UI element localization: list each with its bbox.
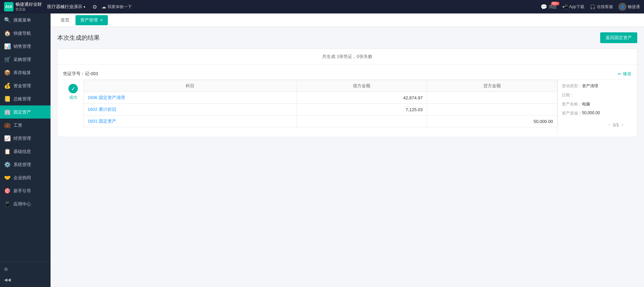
feedback-label: 我要体验一下 (108, 4, 132, 10)
edit-button[interactable]: ✏ 修改 (618, 71, 632, 77)
sidebar-label-ledger: 总账管理 (13, 96, 31, 102)
top-header: AtA 畅捷通好业财 普及版 医疗器械行业演示 ▾ ⚙ ☁ 我要体验一下 💬 消… (0, 0, 644, 13)
page-header-row: 本次生成的结果 返回固定资产 (57, 32, 637, 43)
tab-home-label: 首页 (61, 18, 69, 23)
sidebar-icon-quick-nav: 🏠 (4, 30, 11, 36)
sidebar-item-search[interactable]: 🔍 搜索菜单 (0, 13, 51, 27)
headset-icon: 🎧 (590, 4, 595, 9)
sidebar-label-basic-info: 基础信息 (13, 149, 31, 155)
app-download-action[interactable]: 📲 App下载 (562, 4, 584, 10)
prev-page-icon[interactable]: < (608, 122, 611, 127)
sidebar-item-quick-nav[interactable]: 🏠 快捷导航 (0, 27, 51, 40)
tab-assets[interactable]: 资产管理 ✕ (75, 15, 108, 25)
date-row: 日期： (562, 92, 627, 98)
sidebar-item-inventory[interactable]: 📦 库存核算 (0, 66, 51, 79)
voucher-header: 凭证字号：记-003 ✏ 修改 (63, 68, 632, 80)
sidebar-icon-basic-info: 📋 (4, 148, 11, 155)
sidebar-label-app-center: 应用中心 (13, 201, 31, 207)
sidebar-item-ledger[interactable]: 📒 总账管理 (0, 92, 51, 105)
sidebar-icon-operations: 📈 (4, 135, 11, 141)
sidebar-item-enterprise[interactable]: 🤝 企业协同 (0, 171, 51, 184)
table-row: 1602 累计折旧 7,125.03 (84, 104, 557, 116)
subject-cell[interactable]: 1601 固定资产 (84, 116, 297, 127)
sidebar-label-enterprise: 企业协同 (13, 175, 31, 181)
subject-cell[interactable]: 1602 累计折旧 (84, 104, 297, 116)
cloud-icon: ☁ (101, 4, 106, 9)
credit-cell: 50,000.00 (427, 116, 557, 127)
content-area: 首页 资产管理 ✕ 本次生成的结果 返回固定资产 共生成 1张凭证，0张失败 凭… (51, 13, 644, 287)
sidebar-icon-funds: 💰 (4, 83, 11, 89)
date-label: 日期： (562, 92, 582, 98)
credit-cell (427, 104, 557, 116)
debit-cell: 7,125.03 (297, 104, 427, 116)
sidebar-icon-search: 🔍 (4, 17, 11, 23)
result-panel: 共生成 1张凭证，0张失败 凭证字号：记-003 ✏ 修改 (57, 49, 637, 137)
user-name: 畅捷通 (628, 4, 640, 10)
sidebar-icon-ledger: 📒 (4, 96, 11, 102)
sidebar-item-app-center[interactable]: 📱 应用中心 (0, 197, 51, 211)
sidebar-item-guide[interactable]: 🎯 新手引导 (0, 184, 51, 197)
sidebar-label-funds: 资金管理 (13, 83, 31, 89)
sidebar-label-quick-nav: 快捷导航 (13, 30, 31, 36)
sidebar-icon-fixed-assets: 🏢 (4, 109, 11, 115)
col-debit: 借方金额 (297, 80, 427, 92)
debit-cell (297, 116, 427, 127)
sidebar-icon-inventory: 📦 (4, 69, 11, 76)
sidebar-item-funds[interactable]: 💰 资金管理 (0, 79, 51, 92)
change-type-label: 变动类型： (562, 83, 582, 89)
next-page-icon[interactable]: > (621, 122, 623, 127)
messages-action[interactable]: 💬 消息 99+ (541, 4, 557, 10)
header-right: 💬 消息 99+ 📲 App下载 🎧 在线客服 👤 畅捷通 (541, 3, 640, 11)
customer-service-action[interactable]: 🎧 在线客服 (590, 4, 613, 10)
sidebar-collapse[interactable]: ◀◀ (0, 275, 51, 285)
sidebar-item-purchase[interactable]: 🛒 采购管理 (0, 53, 51, 66)
logo-area: AtA 畅捷通好业财 普及版 (4, 2, 42, 12)
sidebar-item-system[interactable]: ⚙️ 系统管理 (0, 158, 51, 171)
feedback-button[interactable]: ☁ 我要体验一下 (101, 4, 132, 10)
table-row: 1606 固定资产清理 42,874.97 (84, 92, 557, 104)
sidebar-icon-app-center: 📱 (4, 201, 11, 207)
sidebar-item-operations[interactable]: 📈 经营管理 (0, 132, 51, 145)
tab-close-icon[interactable]: ✕ (100, 18, 103, 23)
chevron-down-icon: ▾ (84, 5, 85, 9)
avatar: 👤 (618, 3, 626, 11)
original-value-row: 资产原值： 50,000.00 (562, 110, 627, 116)
gear-button[interactable]: ⚙ (91, 3, 99, 11)
table-area: ✓ 成功 科目 借方金额 贷方金额 (63, 80, 557, 133)
original-value-label: 资产原值： (562, 110, 582, 116)
return-button[interactable]: 返回固定资产 (600, 32, 637, 43)
sidebar-icon-guide: 🎯 (4, 188, 11, 194)
workspace-label: 医疗器械行业演示 (47, 4, 82, 10)
download-icon: 📲 (562, 4, 568, 9)
sidebar-label-search: 搜索菜单 (13, 17, 31, 23)
asset-name-value: 电脑 (582, 101, 590, 107)
sidebar-icon-system: ⚙️ (4, 161, 11, 168)
sidebar-icon-sales: 📊 (4, 43, 11, 50)
sidebar-icon-purchase: 🛒 (4, 56, 11, 63)
sidebar-item-sales[interactable]: 📊 销售管理 (0, 40, 51, 53)
messages-badge: 99+ (551, 2, 559, 5)
sidebar-icon-enterprise: 🤝 (4, 174, 11, 181)
tab-home[interactable]: 首页 (56, 15, 74, 25)
subject-cell[interactable]: 1606 固定资产清理 (84, 92, 297, 104)
tab-assets-label: 资产管理 (80, 17, 98, 23)
sidebar-item-payroll[interactable]: 💼 工资 (0, 119, 51, 132)
sidebar-label-operations: 经营管理 (13, 135, 31, 141)
header-left: AtA 畅捷通好业财 普及版 医疗器械行业演示 ▾ ⚙ ☁ 我要体验一下 (4, 2, 132, 12)
change-type-row: 变动类型： 资产清理 (562, 83, 627, 89)
tab-bar: 首页 资产管理 ✕ (51, 13, 644, 27)
table-header-row: 科目 借方金额 贷方金额 (84, 80, 557, 92)
sidebar-item-basic-info[interactable]: 📋 基础信息 (0, 145, 51, 158)
voucher-block: 凭证字号：记-003 ✏ 修改 ✓ 成功 (58, 65, 637, 137)
col-subject: 科目 (84, 80, 297, 92)
sidebar-settings[interactable]: ⚙ (0, 264, 51, 275)
sidebar-item-fixed-assets[interactable]: 🏢 固定资产 (0, 105, 51, 119)
debit-cell: 42,874.97 (297, 92, 427, 104)
original-value-value: 50,000.00 (582, 110, 600, 115)
user-action[interactable]: 👤 畅捷通 (618, 3, 640, 11)
main-layout: 🔍 搜索菜单 🏠 快捷导航 📊 销售管理 🛒 采购管理 📦 库存核算 💰 资金管… (0, 13, 644, 287)
page-indicator: 1/1 (613, 122, 619, 127)
edit-icon: ✏ (618, 71, 621, 76)
workspace-selector[interactable]: 医疗器械行业演示 ▾ (44, 2, 88, 11)
customer-service-label: 在线客服 (597, 4, 613, 10)
